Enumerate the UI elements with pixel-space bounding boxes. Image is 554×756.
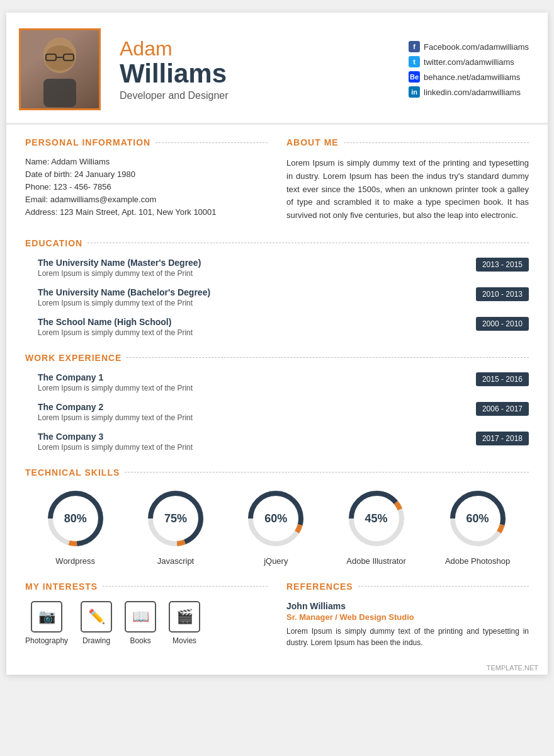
about-text: Lorem Ipsum is simply dummy text of the …: [286, 157, 529, 222]
education-title: EDUCATION: [25, 238, 529, 248]
info-phone: Phone: 123 - 456- 7856: [25, 182, 268, 192]
skill-percent: 60%: [264, 512, 287, 525]
twitter-icon: t: [409, 56, 420, 67]
top-two-col: PERSONAL INFORMATION Name: Addam William…: [25, 137, 529, 222]
skill-circle: 45%: [345, 487, 408, 550]
entry-content: The Company 1 Lorem Ipsum is simply dumm…: [38, 372, 193, 392]
interests-col: MY INTERESTS 📷 Photography ✏️ Drawing 📖 …: [25, 581, 268, 648]
skill-circle: 75%: [144, 487, 207, 550]
work-entry: The Company 2 Lorem Ipsum is simply dumm…: [25, 402, 529, 422]
skill-circle: 60%: [446, 487, 509, 550]
entry-date: 2000 - 2010: [476, 317, 529, 331]
interests-title: MY INTERESTS: [25, 581, 268, 592]
entry-description: Lorem Ipsum is simply dummy text of the …: [38, 384, 193, 392]
skill-label: Javascript: [157, 556, 195, 566]
entry-school: The University Name (Bachelor's Degree): [38, 287, 210, 297]
entry-content: The School Name (High School) Lorem Ipsu…: [38, 317, 193, 337]
bottom-section: MY INTERESTS 📷 Photography ✏️ Drawing 📖 …: [25, 581, 529, 648]
work-title: WORK EXPERIENCE: [25, 353, 529, 363]
entry-description: Lorem Ipsum is simply dummy text of the …: [38, 269, 201, 278]
references-col: REFERENCES John Williams Sr. Manager / W…: [286, 581, 529, 648]
twitter-url: twitter.com/adamwilliams: [424, 57, 514, 67]
linkedin-url: linkedin.com/adamwilliams: [424, 88, 521, 97]
svg-rect-3: [43, 79, 76, 107]
linkedin-link[interactable]: in linkedin.com/adamwilliams: [409, 86, 529, 98]
interest-label: Drawing: [82, 636, 110, 645]
skill-item: 60% Adobe Photoshop: [445, 487, 510, 566]
ref-job-title: Sr. Manager / Web Design Studio: [286, 612, 529, 622]
work-section: WORK EXPERIENCE The Company 1 Lorem Ipsu…: [25, 353, 529, 452]
entry-date: 2015 - 2016: [476, 372, 529, 386]
personal-info-col: PERSONAL INFORMATION Name: Addam William…: [25, 137, 268, 222]
interest-icon: 🎬: [169, 601, 200, 633]
skill-percent: 80%: [64, 512, 87, 525]
skill-item: 60% jQuery: [244, 487, 307, 566]
entry-school: The School Name (High School): [38, 317, 193, 327]
entry-company: The Company 1: [38, 372, 193, 382]
facebook-icon: f: [409, 41, 420, 52]
info-email: Email: adamwilliams@example.com: [25, 195, 268, 204]
behance-icon: Be: [409, 71, 420, 83]
header-name-block: Adam Williams Developer and Designer: [120, 37, 409, 101]
personal-info-content: Name: Addam Williams Date of birth: 24 J…: [25, 157, 268, 217]
behance-url: behance.net/adamwilliams: [424, 72, 520, 82]
skill-item: 45% Adobe Illustrator: [345, 487, 408, 566]
entry-content: The University Name (Master's Degree) Lo…: [38, 258, 201, 278]
education-section: EDUCATION The University Name (Master's …: [25, 238, 529, 337]
linkedin-icon: in: [409, 86, 420, 98]
skill-item: 75% Javascript: [144, 487, 207, 566]
work-entry: The Company 1 Lorem Ipsum is simply dumm…: [25, 372, 529, 392]
behance-link[interactable]: Be behance.net/adamwilliams: [409, 71, 529, 83]
skill-label: jQuery: [264, 556, 288, 566]
skills-section: TECHNICAL SKILLS 80% Wordpress: [25, 467, 529, 566]
interest-label: Books: [130, 636, 150, 645]
skill-circle: 80%: [44, 487, 107, 550]
facebook-link[interactable]: f Facebook.com/adamwilliams: [409, 41, 529, 52]
twitter-link[interactable]: t twitter.com/adamwilliams: [409, 56, 529, 67]
interest-icon: 📷: [31, 601, 62, 633]
skill-circle: 60%: [244, 487, 307, 550]
info-address: Address: 123 Main Street, Apt. 101, New …: [25, 207, 268, 217]
header-section: Adam Williams Developer and Designer f F…: [6, 13, 548, 125]
interest-icon: 📖: [125, 601, 156, 633]
skill-label: Adobe Photoshop: [445, 556, 510, 566]
entry-school: The University Name (Master's Degree): [38, 258, 201, 268]
work-entry: The Company 3 Lorem Ipsum is simply dumm…: [25, 432, 529, 452]
entry-date: 2010 - 2013: [476, 287, 529, 301]
interest-icon: ✏️: [81, 601, 112, 633]
entry-date: 2017 - 2018: [476, 432, 529, 445]
entry-content: The Company 2 Lorem Ipsum is simply dumm…: [38, 402, 193, 422]
last-name: Williams: [120, 60, 409, 87]
resume-body: PERSONAL INFORMATION Name: Addam William…: [6, 125, 548, 661]
info-name: Name: Addam Williams: [25, 157, 268, 166]
ref-name: John Williams: [286, 601, 529, 611]
entry-company: The Company 2: [38, 402, 193, 412]
skill-item: 80% Wordpress: [44, 487, 107, 566]
interest-item: 📷 Photography: [25, 601, 68, 645]
skill-percent: 75%: [164, 512, 187, 525]
entry-description: Lorem Ipsum is simply dummy text of the …: [38, 299, 210, 307]
first-name: Adam: [120, 37, 409, 60]
profile-photo: [19, 28, 101, 110]
entry-date: 2013 - 2015: [476, 258, 529, 272]
education-entry: The University Name (Bachelor's Degree) …: [25, 287, 529, 307]
interest-label: Photography: [25, 636, 68, 645]
personal-info-title: PERSONAL INFORMATION: [25, 137, 268, 147]
skill-percent: 60%: [466, 512, 489, 525]
interest-item: 🎬 Movies: [169, 601, 200, 645]
social-links: f Facebook.com/adamwilliams t twitter.co…: [409, 41, 529, 98]
skill-percent: 45%: [365, 512, 388, 525]
skills-row: 80% Wordpress 75% Javascript: [25, 487, 529, 566]
entry-date: 2006 - 2017: [476, 402, 529, 416]
facebook-url: Facebook.com/adamwilliams: [424, 42, 529, 52]
interest-item: ✏️ Drawing: [81, 601, 112, 645]
entry-description: Lorem Ipsum is simply dummy text of the …: [38, 413, 193, 422]
entry-content: The University Name (Bachelor's Degree) …: [38, 287, 210, 307]
job-title: Developer and Designer: [120, 90, 409, 101]
work-entries: The Company 1 Lorem Ipsum is simply dumm…: [25, 372, 529, 452]
entry-content: The Company 3 Lorem Ipsum is simply dumm…: [38, 432, 193, 452]
interest-item: 📖 Books: [125, 601, 156, 645]
about-col: ABOUT ME Lorem Ipsum is simply dummy tex…: [286, 137, 529, 222]
entry-description: Lorem Ipsum is simply dummy text of the …: [38, 443, 193, 452]
education-entries: The University Name (Master's Degree) Lo…: [25, 258, 529, 337]
